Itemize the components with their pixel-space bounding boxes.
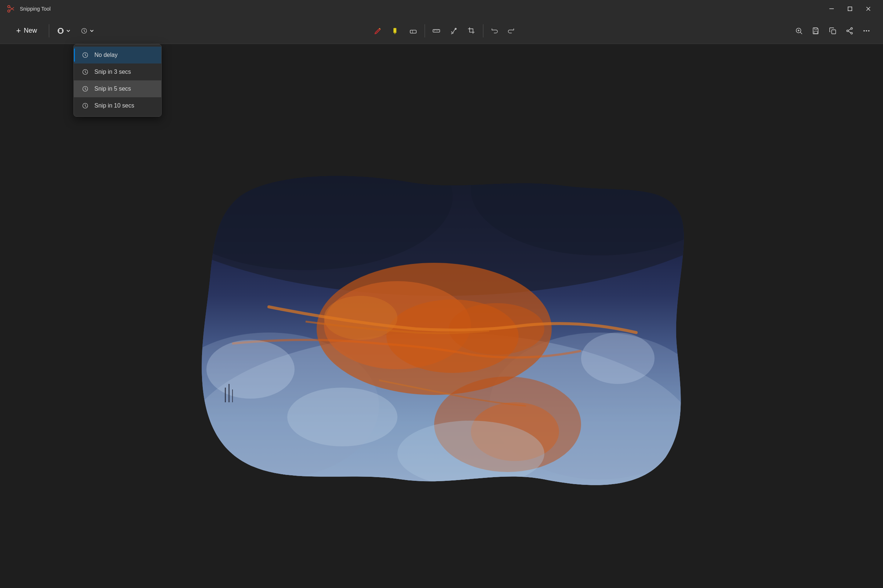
main-content [0, 44, 883, 588]
svg-rect-57 [232, 389, 233, 402]
delay-5secs-label: Snip in 5 secs [95, 86, 131, 92]
svg-rect-16 [433, 29, 440, 32]
touch-writing-button[interactable] [446, 22, 462, 40]
undo-icon [491, 27, 498, 34]
delay-button[interactable] [77, 22, 98, 40]
pen-button[interactable] [370, 22, 386, 40]
save-icon [812, 27, 820, 35]
toolbar-center-tools [101, 22, 788, 40]
delay-option-5-secs[interactable]: Snip in 5 secs [74, 80, 161, 97]
snip-mode-icon [57, 27, 64, 34]
share-icon [845, 27, 854, 35]
delay-3secs-label: Snip in 3 secs [95, 69, 131, 75]
svg-rect-11 [393, 28, 396, 33]
window-controls [823, 0, 877, 18]
svg-line-25 [800, 32, 802, 34]
svg-point-51 [206, 340, 295, 399]
clock-svg-5 [82, 86, 89, 92]
maximize-button[interactable] [841, 0, 859, 18]
app-icon [6, 4, 16, 14]
ruler-button[interactable] [429, 22, 444, 40]
app-title: Snipping Tool [20, 6, 51, 12]
toolbar-separator-1 [49, 24, 49, 38]
svg-rect-55 [225, 388, 226, 402]
clock-icon-10secs [81, 102, 89, 109]
toolbar-right-tools [791, 22, 874, 40]
minimize-button[interactable] [823, 0, 840, 18]
new-button[interactable]: + New [9, 21, 44, 40]
delay-icon [81, 27, 87, 34]
delay-option-10-secs[interactable]: Snip in 10 secs [74, 97, 161, 114]
clock-icon-5secs [81, 86, 89, 92]
svg-rect-27 [814, 31, 817, 33]
close-button[interactable] [859, 0, 877, 18]
svg-line-33 [848, 31, 851, 33]
clock-icon-no-delay [81, 52, 89, 58]
svg-point-31 [851, 32, 853, 34]
svg-rect-9 [62, 30, 63, 31]
zoom-in-button[interactable] [791, 22, 806, 40]
toolbar-separator-3 [483, 24, 483, 38]
snip-container [196, 167, 687, 487]
pen-icon [374, 27, 382, 35]
svg-rect-56 [229, 384, 230, 402]
svg-rect-5 [848, 7, 852, 11]
copy-icon [829, 27, 837, 35]
svg-rect-14 [410, 30, 417, 33]
delay-option-no-delay[interactable]: No delay [74, 46, 161, 63]
crop-button[interactable] [464, 22, 479, 40]
highlighter-button[interactable] [388, 22, 403, 40]
touch-writing-icon [450, 27, 458, 35]
clock-icon-3secs [81, 69, 89, 75]
svg-point-52 [581, 333, 654, 384]
highlighter-icon [391, 27, 400, 35]
toolbar-separator-2 [424, 24, 425, 38]
svg-rect-8 [59, 30, 59, 31]
svg-rect-12 [394, 32, 396, 33]
delay-no-delay-label: No delay [95, 52, 117, 58]
clock-svg-10 [82, 102, 89, 109]
undo-button[interactable] [487, 22, 502, 40]
delay-chevron-icon [90, 28, 94, 33]
new-label: New [24, 27, 37, 34]
zoom-in-icon [795, 27, 803, 35]
delay-dropdown-menu: No delay Snip in 3 secs Snip in 5 secs [74, 44, 162, 117]
delay-option-3-secs[interactable]: Snip in 3 secs [74, 63, 161, 80]
svg-point-36 [868, 30, 870, 32]
snip-mode-chevron-icon [66, 28, 71, 33]
crop-icon [468, 27, 476, 35]
more-options-button[interactable] [859, 22, 874, 40]
svg-rect-4 [829, 9, 834, 9]
svg-point-29 [851, 27, 853, 29]
app-icon-svg [7, 4, 15, 13]
more-options-icon [862, 27, 871, 35]
redo-icon [508, 27, 515, 34]
copy-button[interactable] [825, 22, 840, 40]
delay-10secs-label: Snip in 10 secs [95, 102, 134, 109]
svg-point-35 [866, 30, 867, 32]
eraser-button[interactable] [406, 22, 421, 40]
svg-point-53 [287, 388, 397, 446]
clock-svg-3 [82, 69, 89, 75]
toolbar: + New [0, 18, 883, 44]
share-button[interactable] [842, 22, 857, 40]
snip-mode-button[interactable] [54, 22, 74, 40]
svg-point-54 [397, 421, 545, 487]
svg-point-30 [847, 30, 848, 32]
clock-svg [82, 52, 89, 58]
redo-button[interactable] [504, 22, 519, 40]
svg-rect-28 [832, 30, 836, 34]
eraser-icon [409, 27, 417, 35]
titlebar: Snipping Tool [0, 0, 883, 18]
svg-line-32 [848, 28, 851, 30]
plus-icon: + [16, 26, 21, 36]
snip-blob-svg [196, 167, 687, 487]
svg-point-34 [863, 30, 865, 32]
ruler-icon [432, 27, 441, 35]
save-button[interactable] [808, 22, 823, 40]
